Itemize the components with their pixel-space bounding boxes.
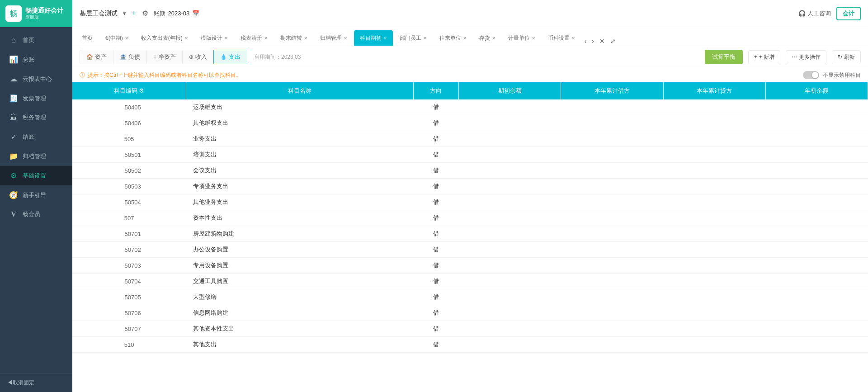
cell-ytd-debit [561, 99, 663, 115]
col-header-code[interactable]: 科目编码 ⚙ [72, 82, 186, 99]
cell-year-balance [765, 321, 868, 337]
table-row[interactable]: 50704 交通工具购置 借 [72, 274, 868, 289]
hint-text: ⓘ 提示：按Ctrl + F键并输入科目编码或者科目名称可以查找科目。 [80, 71, 241, 79]
topbar-settings-icon[interactable]: ⚙ [142, 9, 148, 18]
account-button[interactable]: 会计 [836, 7, 861, 20]
table-row[interactable]: 50703 专用设备购置 借 [72, 258, 868, 274]
tab-close-currency[interactable]: ✕ [571, 36, 575, 41]
tab-close-taxform[interactable]: ✕ [264, 36, 268, 41]
cell-code: 50704 [72, 274, 186, 289]
table-row[interactable]: 50501 培训支出 借 [72, 147, 868, 163]
tab-archive[interactable]: 归档管理 ✕ [314, 30, 353, 46]
topbar-title: 基层工会测试 [80, 9, 118, 18]
sidebar-footer-toggle[interactable]: ◀︎取消固定 [0, 373, 72, 392]
tab-close-dept[interactable]: ✕ [423, 36, 427, 41]
sidebar-item-report[interactable]: ☁ 云报表中心 [0, 69, 72, 89]
table-row[interactable]: 50503 专项业务支出 借 [72, 179, 868, 194]
topbar-add-button[interactable]: + [132, 9, 137, 18]
tab-unit[interactable]: 往来单位 ✕ [434, 30, 472, 46]
table-row[interactable]: 510 其他支出 借 [72, 337, 868, 353]
table-row[interactable]: 507 资本性支出 借 [72, 210, 868, 226]
table-row[interactable]: 50701 房屋建筑物购建 借 [72, 226, 868, 242]
filter-tab-asset[interactable]: 🏠 资产 [80, 50, 113, 64]
table-row[interactable]: 505 业务支出 借 [72, 131, 868, 147]
table-row[interactable]: 50702 办公设备购置 借 [72, 242, 868, 258]
tab-close-mid[interactable]: ✕ [125, 36, 128, 41]
cell-year-balance [765, 194, 868, 210]
content-area: 🏠 资产 🏦 负债 ≡ 净资产 ⊕ 收入 💧 支出 启用期间：2023.03 试… [72, 46, 868, 392]
tab-close-unit[interactable]: ✕ [463, 36, 467, 41]
sidebar-item-checkout[interactable]: ✓ 结账 [0, 127, 72, 146]
add-button[interactable]: + + 新增 [748, 50, 780, 64]
net-icon: ≡ [153, 54, 156, 60]
tab-income[interactable]: 收入支出表(年报) ✕ [135, 30, 194, 46]
cell-year-balance [765, 305, 868, 321]
table-row[interactable]: 50706 信息网络购建 借 [72, 305, 868, 321]
tab-close-inventory[interactable]: ✕ [492, 36, 495, 41]
tabs-expand-button[interactable]: ⤢ [608, 37, 618, 46]
help-button[interactable]: 🎧 人工咨询 [798, 9, 831, 18]
tab-close-income[interactable]: ✕ [184, 36, 188, 41]
cell-name: 资本性支出 [186, 210, 413, 226]
sidebar-item-settings[interactable]: ⚙ 基础设置 [0, 166, 72, 185]
cell-dir: 借 [413, 115, 459, 131]
tab-close-template[interactable]: ✕ [224, 36, 228, 41]
table-row[interactable]: 50705 大型修缮 借 [72, 289, 868, 305]
tab-measure[interactable]: 计量单位 ✕ [502, 30, 541, 46]
cell-year-balance [765, 274, 868, 289]
refresh-button[interactable]: ↻ 刷新 [832, 50, 861, 64]
sidebar-item-tax[interactable]: 🏛 税务管理 [0, 108, 72, 127]
filter-tab-expense[interactable]: 💧 支出 [213, 50, 247, 64]
tab-inventory[interactable]: 存货 ✕ [473, 30, 501, 46]
tab-home[interactable]: 首页 [76, 30, 99, 46]
table-row[interactable]: 50406 其他维权支出 借 [72, 115, 868, 131]
tabs-prev-button[interactable]: ‹ [582, 37, 590, 46]
checkout-icon: ✓ [9, 132, 18, 141]
sidebar-item-archive[interactable]: 📁 归档管理 [0, 146, 72, 166]
table-row[interactable]: 50707 其他资本性支出 借 [72, 321, 868, 337]
cell-balance [459, 210, 561, 226]
tab-currency[interactable]: 币种设置 ✕ [542, 30, 581, 46]
filter-bar: 🏠 资产 🏦 负债 ≡ 净资产 ⊕ 收入 💧 支出 启用期间：2023.03 试… [72, 46, 868, 68]
tab-dept[interactable]: 部门员工 ✕ [394, 30, 433, 46]
invoice-icon: 🧾 [9, 94, 18, 103]
sidebar-item-invoice[interactable]: 🧾 发票管理 [0, 89, 72, 108]
add-icon: + [754, 54, 757, 60]
cell-name: 交通工具购置 [186, 274, 413, 289]
balance-button[interactable]: 试算平衡 [705, 50, 743, 64]
tab-mid[interactable]: €(中期) ✕ [99, 30, 134, 46]
main-content: 基层工会测试 ▾ + ⚙ 账期 2023-03 📅 🎧 人工咨询 会计 首页 €… [72, 0, 868, 392]
sidebar-item-member[interactable]: V 畅会员 [0, 205, 72, 224]
calendar-icon[interactable]: 📅 [192, 10, 199, 17]
hint-toggle[interactable]: 不显示禁用科目 [803, 71, 861, 79]
cell-name: 其他业务支出 [186, 194, 413, 210]
col-header-dir: 方向 [413, 82, 459, 99]
table-row[interactable]: 50405 运场维支出 借 [72, 99, 868, 115]
tab-close-subject[interactable]: ✕ [383, 36, 387, 41]
filter-tab-liability[interactable]: 🏦 负债 [113, 50, 146, 64]
more-button[interactable]: ⋯ 更多操作 [786, 50, 826, 64]
tab-close-measure[interactable]: ✕ [532, 36, 535, 41]
topbar-dropdown-icon[interactable]: ▾ [123, 10, 126, 17]
tab-taxform[interactable]: 税表清册 ✕ [235, 30, 274, 46]
filter-tab-net[interactable]: ≡ 净资产 [146, 50, 182, 64]
tab-subject[interactable]: 科目期初 ✕ [354, 30, 393, 46]
cell-ytd-debit [561, 179, 663, 194]
sidebar-item-guide[interactable]: 🧭 新手引导 [0, 185, 72, 205]
table-row[interactable]: 50502 会议支出 借 [72, 163, 868, 179]
sidebar-item-ledger[interactable]: 📊 总账 [0, 50, 72, 69]
tab-template[interactable]: 模版设计 ✕ [195, 30, 234, 46]
tab-close-archive[interactable]: ✕ [344, 36, 347, 41]
table-row[interactable]: 50504 其他业务支出 借 [72, 194, 868, 210]
toggle-switch[interactable] [803, 71, 819, 79]
tabs-close-all-button[interactable]: ✕ [597, 37, 608, 46]
cell-ytd-debit [561, 258, 663, 274]
asset-icon: 🏠 [86, 54, 93, 60]
tabs-next-button[interactable]: › [589, 37, 597, 46]
filter-tab-income[interactable]: ⊕ 收入 [182, 50, 213, 64]
cell-year-balance [765, 226, 868, 242]
sidebar-item-home[interactable]: ⌂ 首页 [0, 31, 72, 50]
tab-period[interactable]: 期末结转 ✕ [274, 30, 313, 46]
expense-icon: 💧 [220, 54, 227, 60]
tab-close-period[interactable]: ✕ [304, 36, 307, 41]
